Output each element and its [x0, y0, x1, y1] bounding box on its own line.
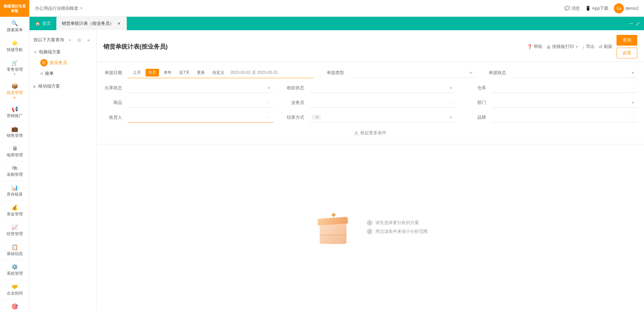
collapse-panel-btn[interactable]: «: [85, 36, 92, 44]
hint-1-num: 1: [367, 220, 373, 226]
tree-pc-group: ▼ 电脑端方案 按 按业务员 ≡ 按单: [30, 46, 96, 80]
scheme-panel-actions: + ⊙ «: [66, 36, 92, 44]
receiver-field[interactable]: ···: [127, 112, 273, 122]
dept-field[interactable]: ▼: [491, 98, 637, 108]
settle-field[interactable]: ✕ ▼: [310, 112, 455, 122]
tab-home[interactable]: 🏠 首页: [30, 17, 56, 30]
refresh-btn[interactable]: ↺ 刷新: [599, 44, 612, 50]
help-btn[interactable]: ❓ 帮助: [527, 44, 542, 50]
settle-tag-close-icon[interactable]: ✕: [316, 115, 319, 119]
doc-type-chevron-icon: ▼: [469, 71, 473, 75]
salesman-scheme-label: 按业务员: [50, 60, 67, 66]
left-panel: 按以下方案查询 + ⊙ « ▼ 电脑端方案 按 按业务员: [30, 30, 97, 310]
goods-field[interactable]: ···: [127, 98, 273, 108]
right-panel: 销货单统计表(按业务员) ❓ 帮助 🖨 按模板打印 ▼ ↓ 导出: [97, 30, 644, 310]
recv-status-field[interactable]: ▼: [310, 83, 455, 93]
app-download-btn[interactable]: 📱 App下载: [585, 5, 608, 11]
account-name: 办公用品行业模拟账套: [35, 5, 78, 11]
tree-item-by-salesman[interactable]: 按 按业务员: [36, 57, 96, 68]
purchase-icon: 🛍: [12, 165, 17, 171]
sidebar-item-basic-info[interactable]: 📋 基础信息: [0, 241, 29, 260]
out-status-chevron-icon: ▼: [267, 86, 271, 90]
user-menu[interactable]: Ea demo2: [614, 3, 639, 13]
doc-type-field[interactable]: ▼: [350, 68, 475, 78]
tab-close-icon[interactable]: ✕: [116, 21, 121, 26]
search-menu-icon: 🔍: [11, 20, 18, 27]
print-btn[interactable]: 🖨 按模板打印 ▼: [546, 44, 579, 50]
page-title: 销货单统计表(按业务员): [103, 43, 168, 51]
settle-label: 结算方式: [285, 114, 304, 120]
hint-2-text: 用过滤条件来缩小分析范围: [375, 228, 428, 235]
hint-item-1: 1 请先选择要分析的方案: [367, 220, 428, 226]
sidebar-item-system[interactable]: ⚙️ 系统管理: [0, 260, 29, 280]
tree-expand-icon: ▼: [34, 50, 37, 54]
date-btn-this-year[interactable]: 本年: [161, 69, 174, 76]
account-selector[interactable]: 办公用品行业模拟账套 ▼: [35, 5, 83, 11]
hint-item-2: 2 用过滤条件来缩小分析范围: [367, 228, 428, 235]
date-options: 上月 本月 本年 近7天 更多 自定义 2023-03-01 至 2023-03…: [130, 69, 311, 76]
doc-status-field[interactable]: ▼: [512, 68, 637, 78]
warehouse-label: 仓库: [467, 85, 486, 91]
empty-state: ✦ 1 请先选择要分析的方案 2 用过滤条件来缩小分析范围: [97, 144, 644, 310]
receiver-label: 收货人: [103, 114, 122, 120]
settle-tag: ✕: [312, 115, 321, 120]
sidebar-item-operation[interactable]: 📈 经营管理: [0, 221, 29, 241]
sidebar-item-quick-nav[interactable]: ⭐ 快捷导航: [0, 37, 29, 56]
tree-pc-label: 电脑端方案: [39, 49, 61, 55]
wholesale-icon: 📦: [11, 83, 18, 89]
empty-hints: 1 请先选择要分析的方案 2 用过滤条件来缩小分析范围: [367, 220, 428, 235]
sidebar-item-ecommerce[interactable]: 🖥 电商管理: [0, 142, 29, 162]
dropdown-arrow-icon: ▼: [80, 6, 83, 10]
topbar: 办公用品行业模拟账套 ▼ 💬 消息 📱 App下载 Ea demo2: [30, 0, 644, 17]
newbie-icon: 🎯: [11, 303, 18, 310]
add-scheme-btn[interactable]: +: [66, 36, 73, 44]
sidebar-item-retail[interactable]: 🛒 零售管理 ▼: [0, 56, 29, 80]
tabbar-actions: ─ ⤢: [629, 20, 644, 27]
sidebar-item-marketing[interactable]: 📢 营销推广: [0, 103, 29, 122]
tab-sales-stat[interactable]: 销货单统计表（按业务员） ✕: [56, 17, 127, 30]
date-field[interactable]: 上月 本月 本年 近7天 更多 自定义 2023-03-01 至 2023-03…: [127, 67, 313, 78]
dept-label: 部门: [467, 100, 486, 106]
inventory-icon: 📊: [11, 185, 18, 191]
brand-field[interactable]: ···: [491, 112, 637, 122]
tabbar: 🏠 首页 销货单统计表（按业务员） ✕ ─ ⤢: [30, 17, 644, 30]
tree-pc-header[interactable]: ▼ 电脑端方案: [30, 47, 96, 57]
query-btn[interactable]: 查询: [616, 35, 637, 46]
tree-mobile-header[interactable]: ▶ 移动端方案: [30, 81, 96, 91]
refresh-icon: ↺: [599, 44, 602, 49]
export-btn[interactable]: ↓ 导出: [583, 44, 595, 50]
sidebar-item-purchase[interactable]: 🛍 采购管理: [0, 162, 29, 181]
tree-mobile-arrow-icon: ▶: [34, 85, 36, 88]
message-btn[interactable]: 💬 消息: [565, 5, 580, 11]
tree-item-by-order[interactable]: ≡ 按单: [36, 68, 96, 79]
sidebar-item-sales[interactable]: 💼 销售管理: [0, 122, 29, 142]
sidebar-item-newbie[interactable]: 🎯 新手引导: [0, 300, 29, 310]
edit-scheme-btn[interactable]: ⊙: [75, 36, 83, 44]
warehouse-field[interactable]: ···: [491, 83, 637, 93]
sidebar-item-enterprise[interactable]: 🤝 企业协同: [0, 280, 29, 300]
mobile-icon: 📱: [585, 6, 591, 11]
sidebar-item-search-menu[interactable]: 🔍 搜索菜单: [0, 17, 29, 37]
sidebar-item-inventory[interactable]: 📊 库存核算: [0, 181, 29, 201]
collapse-filters-btn[interactable]: ⋀ 收起更多条件: [103, 127, 637, 139]
sidebar-item-finance[interactable]: 💰 资金管理: [0, 201, 29, 221]
tab-maximize-icon[interactable]: ⤢: [636, 20, 640, 27]
sidebar-item-wholesale[interactable]: 📦 批发管理 ▲: [0, 80, 29, 103]
date-btn-7days[interactable]: 近7天: [176, 69, 192, 76]
help-icon: ❓: [527, 44, 532, 49]
date-btn-more[interactable]: 更多: [194, 69, 208, 76]
salesman-field[interactable]: ···: [310, 98, 455, 108]
tab-minimize-icon[interactable]: ─: [629, 20, 633, 27]
date-btn-custom[interactable]: 自定义: [210, 69, 227, 76]
empty-state-content: ✦ 1 请先选择要分析的方案 2 用过滤条件来缩小分析范围: [313, 210, 428, 244]
out-status-field[interactable]: ▼: [127, 83, 273, 93]
date-btn-this-month[interactable]: 本月: [146, 69, 159, 76]
logo-text: 畅捷通好生意: [4, 4, 26, 8]
date-btn-last-month[interactable]: 上月: [130, 69, 144, 76]
quick-nav-icon: ⭐: [11, 40, 18, 46]
basic-info-icon: 📋: [11, 244, 18, 250]
enterprise-icon: 🤝: [11, 283, 18, 290]
warehouse-dots: ···: [631, 85, 635, 90]
settle-chevron-icon: ▼: [449, 115, 452, 119]
setting-btn[interactable]: 设置: [616, 48, 637, 58]
